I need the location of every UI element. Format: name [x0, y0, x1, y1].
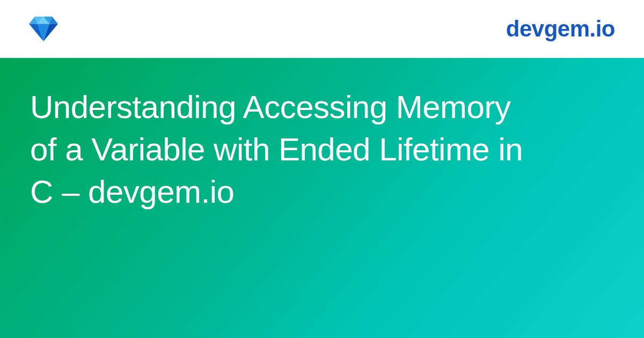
page-title: Understanding Accessing Memory of a Vari… [30, 86, 540, 214]
hero: Understanding Accessing Memory of a Vari… [0, 58, 644, 338]
gem-icon [29, 14, 58, 43]
header: devgem.io [0, 0, 644, 58]
social-card: devgem.io Understanding Accessing Memory… [0, 0, 644, 338]
brand-name: devgem.io [506, 16, 615, 42]
